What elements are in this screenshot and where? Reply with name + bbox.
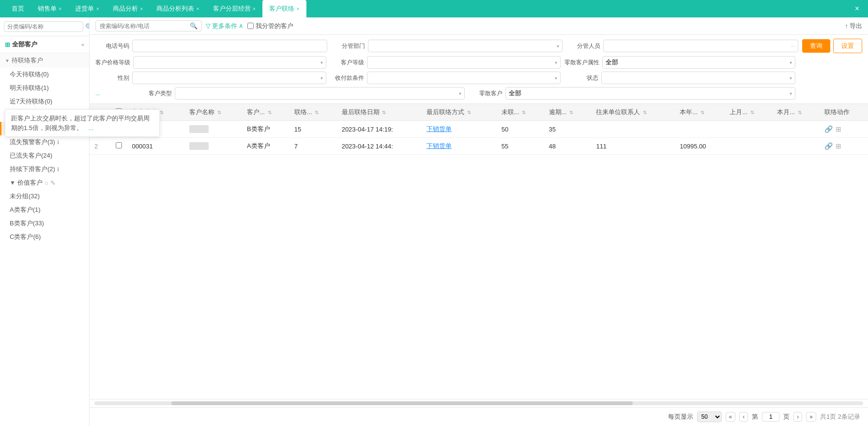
next-page-button[interactable]: ›	[793, 412, 802, 422]
window-close-button[interactable]: ×	[851, 4, 863, 13]
my-customer-checkbox[interactable]	[247, 23, 254, 29]
query-button[interactable]: 查询	[802, 39, 830, 53]
more-filter-btn[interactable]: ...	[95, 90, 100, 97]
last-method-link[interactable]: 下销货单	[426, 125, 452, 132]
phone-input[interactable]	[132, 40, 327, 52]
sort-this-month-icon[interactable]: ⇅	[798, 110, 802, 115]
more-action-icon[interactable]: ⊞	[836, 142, 841, 150]
more-action-icon[interactable]: ⊞	[836, 125, 841, 133]
manager-select-arrow: ···	[791, 44, 795, 49]
sidebar-search-input[interactable]	[4, 21, 83, 32]
sort-last-date-icon[interactable]: ⇅	[382, 110, 386, 115]
sort-overdue-icon[interactable]: ⇅	[569, 110, 573, 115]
branch-select[interactable]: ▾	[368, 40, 563, 52]
cell-checkbox[interactable]	[111, 138, 127, 155]
close-sales-tab[interactable]: ×	[59, 0, 61, 17]
prev-page-button[interactable]: ‹	[739, 412, 748, 422]
close-purchase-tab[interactable]: ×	[96, 0, 99, 17]
sidebar-item-ungroup[interactable]: 未分组(32)	[0, 190, 89, 203]
sidebar-item-a-class[interactable]: A类客户(1)	[0, 203, 89, 217]
manager-select[interactable]: ···	[603, 40, 798, 52]
contact-icon[interactable]: 🔗	[824, 125, 833, 133]
col-overdue: 逾期... ⇅	[544, 104, 592, 121]
cell-last-month	[725, 138, 772, 155]
cell-action: 🔗 ⊞	[820, 138, 868, 155]
tooltip-more-btn[interactable]: ...	[88, 124, 93, 132]
close-customer-contact-tab[interactable]: ×	[296, 0, 299, 17]
sort-pending-icon[interactable]: ⇅	[522, 110, 526, 115]
filter-more-placeholder: ...	[95, 90, 134, 97]
retail-customer-select[interactable]: 全部 ▾	[505, 87, 795, 100]
sidebar-group-pending[interactable]: ▼ 待联络客户	[0, 53, 89, 68]
tab-customer-contact[interactable]: 客户联络 ×	[262, 0, 306, 17]
check-icon[interactable]: ✎	[50, 179, 56, 187]
tab-purchase[interactable]: 进货单 ×	[68, 0, 106, 17]
sort-partner-icon[interactable]: ⇅	[643, 110, 647, 115]
customer-table: ⚙ 客户编码 ⇅ 客户名称 ⇅	[90, 104, 868, 155]
contact-icon[interactable]: 🔗	[824, 142, 833, 150]
row-checkbox[interactable]	[116, 142, 122, 148]
tab-analysis[interactable]: 商品分析 ×	[106, 0, 150, 17]
sort-type-icon[interactable]: ⇅	[268, 110, 272, 115]
export-button[interactable]: ↑ 导出	[845, 22, 863, 30]
sort-this-year-icon[interactable]: ⇅	[700, 110, 704, 115]
col-action: 联络动作	[820, 104, 868, 121]
chevron-down-icon: ∧	[239, 22, 244, 29]
first-page-button[interactable]: «	[726, 412, 736, 422]
tab-analysis-list[interactable]: 商品分析列表 ×	[150, 0, 206, 17]
sort-last-method-icon[interactable]: ⇅	[467, 110, 471, 115]
col-this-month: 本月... ⇅	[772, 104, 820, 121]
search-input-icon[interactable]: 🔍	[190, 22, 198, 29]
page-number-input[interactable]	[762, 412, 779, 422]
cell-type: B类客户	[242, 121, 289, 138]
scrollbar-thumb[interactable]	[171, 401, 633, 405]
more-conditions-btn[interactable]: ▽ 更多条件 ∧	[206, 22, 244, 30]
payment-select[interactable]: ▾	[367, 72, 561, 84]
sidebar-item-week[interactable]: 近7天待联络(0)	[0, 95, 89, 108]
sort-last-month-icon[interactable]: ⇅	[750, 110, 754, 115]
sidebar-collapse-button[interactable]: «	[81, 42, 84, 47]
sort-contacts-icon[interactable]: ⇅	[315, 110, 319, 115]
close-analysis-tab[interactable]: ×	[140, 0, 143, 17]
cell-overdue: 48	[544, 138, 592, 155]
last-page-button[interactable]: »	[806, 412, 816, 422]
search-input[interactable]	[100, 23, 188, 29]
sort-code-icon[interactable]: ⇅	[160, 110, 164, 115]
sidebar-item-tomorrow[interactable]: 明天待联络(1)	[0, 81, 89, 95]
gender-select[interactable]: ▾	[132, 72, 326, 84]
close-analysis-list-tab[interactable]: ×	[196, 0, 199, 17]
cell-action: 🔗 ⊞	[820, 121, 868, 138]
last-method-link[interactable]: 下销货单	[426, 142, 452, 149]
col-last-month: 上月... ⇅	[725, 104, 772, 121]
tab-home[interactable]: 首页	[5, 0, 31, 17]
status-select[interactable]: ▾	[601, 72, 795, 84]
sort-name-icon[interactable]: ⇅	[217, 110, 221, 115]
retail-attr-select[interactable]: 全部 ▾	[602, 56, 795, 69]
cell-name	[184, 121, 242, 138]
price-level-select[interactable]: ▾	[133, 56, 326, 69]
col-last-method: 最后联络方式 ⇅	[422, 104, 497, 121]
tab-customer-mgmt[interactable]: 客户分层经营 ×	[206, 0, 262, 17]
cell-last-method[interactable]: 下销货单	[422, 138, 497, 155]
top-nav: 首页 销售单 × 进货单 × 商品分析 × 商品分析列表 × 客户分层经营 × …	[0, 0, 868, 17]
customer-type-select[interactable]: ▾	[175, 87, 465, 100]
tab-sales[interactable]: 销售单 ×	[31, 0, 68, 17]
close-customer-mgmt-tab[interactable]: ×	[253, 0, 256, 17]
horizontal-scrollbar[interactable]	[94, 401, 863, 405]
edit-icon[interactable]: ○	[45, 179, 48, 187]
page-size-select[interactable]: 50 100 200	[697, 411, 722, 422]
sidebar-item-c-class[interactable]: C类客户(6)	[0, 230, 89, 244]
sidebar-search-icon[interactable]: 🔍	[85, 23, 90, 30]
sidebar-item-lost[interactable]: 已流失客户(24)	[0, 149, 89, 162]
sidebar-item-declining[interactable]: 持续下滑客户(2) ℹ	[0, 162, 89, 176]
sidebar: 🔍 ⊞ 全部客户 « ▼ 待联络客户 今天待联络(0) 明天待联络(1) 近7天…	[0, 17, 90, 426]
cell-last-method[interactable]: 下销货单	[422, 121, 497, 138]
my-customer-checkbox-wrap[interactable]: 我分管的客户	[247, 22, 293, 30]
customer-level-select[interactable]: ▾	[367, 56, 561, 69]
settings-button[interactable]: 设置	[833, 39, 862, 53]
sidebar-item-b-class[interactable]: B类客户(33)	[0, 217, 89, 230]
table-row: 1 000039 B类客户 15 2023-04-17 14:19: 下销货单 …	[90, 121, 868, 138]
sidebar-item-lost-risk[interactable]: 流失预警客户(3) ℹ	[0, 135, 89, 149]
sidebar-item-today[interactable]: 今天待联络(0)	[0, 68, 89, 81]
filter-retail-customer: 零散客户 全部 ▾	[469, 87, 795, 100]
